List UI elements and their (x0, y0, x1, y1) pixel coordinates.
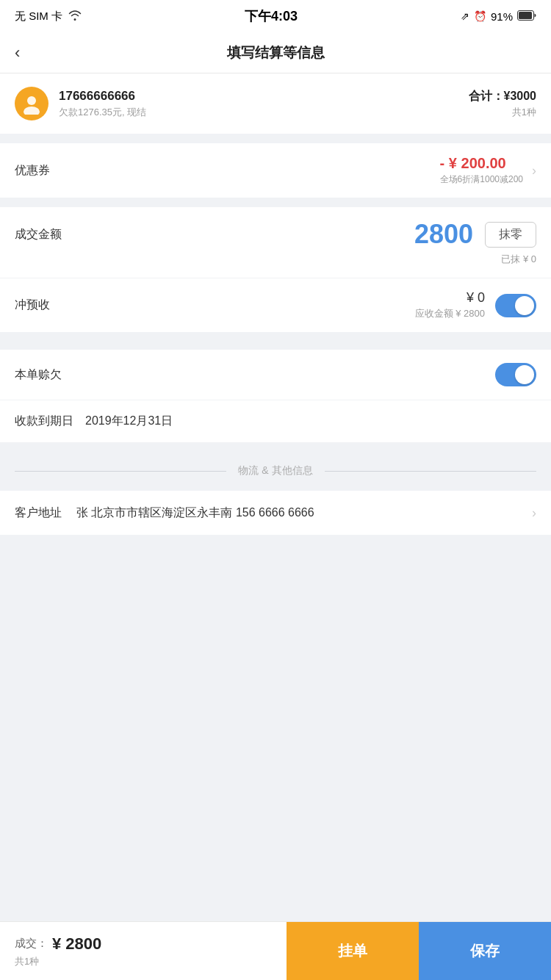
prepay-section: 冲预收 ¥ 0 应收金额 ¥ 2800 (0, 278, 551, 332)
discount-sub: 全场6折满1000减200 (440, 173, 523, 186)
content-area: 17666666666 欠款1276.35元, 现结 合计：¥3000 共1种 … (0, 73, 551, 711)
svg-point-2 (27, 96, 36, 105)
customer-total: 合计：¥3000 共1种 (469, 89, 537, 119)
back-button[interactable]: ‹ (15, 43, 20, 62)
deal-sub-text: 已抹 ¥ 0 (15, 253, 536, 266)
location-icon: ⇗ (461, 10, 469, 22)
section-separator-2 (0, 332, 551, 341)
discount-row[interactable]: 优惠券 - ¥ 200.00 全场6折满1000减200 › (0, 143, 551, 198)
discount-label: 优惠券 (15, 163, 50, 179)
svg-point-3 (24, 107, 40, 115)
customer-sub-text: 欠款1276.35元, 现结 (59, 106, 146, 119)
prepay-toggle[interactable] (495, 294, 536, 317)
deal-right: 2800 抹零 (414, 219, 536, 250)
bottom-deal-amount: ¥ 2800 (52, 934, 101, 954)
page-title: 填写结算等信息 (227, 43, 325, 62)
logistics-divider-text: 物流 & 其他信息 (238, 464, 312, 478)
hold-button[interactable]: 挂单 (287, 922, 419, 981)
bottom-spacer (0, 652, 551, 711)
prepay-sub-text: 应收金额 ¥ 2800 (415, 307, 485, 320)
save-button[interactable]: 保存 (419, 922, 551, 981)
nav-bar: ‹ 填写结算等信息 (0, 32, 551, 73)
address-label: 客户地址 (15, 504, 68, 521)
prepay-amount: ¥ 0 (415, 290, 485, 306)
customer-info: 17666666666 欠款1276.35元, 现结 (59, 89, 146, 119)
discount-amount: - ¥ 200.00 (440, 155, 523, 172)
chevron-right-icon: › (532, 163, 536, 179)
address-section[interactable]: 客户地址 张 北京市市辖区海淀区永丰南 156 6666 6666 › (0, 491, 551, 535)
prepay-label: 冲预收 (15, 298, 50, 313)
prepay-value-col: ¥ 0 应收金额 ¥ 2800 (415, 290, 485, 320)
total-amount: 合计：¥3000 (469, 89, 537, 104)
bottom-deal-info: 成交： ¥ 2800 共1种 (0, 934, 287, 968)
erase-button[interactable]: 抹零 (485, 222, 536, 248)
logistics-divider: 物流 & 其他信息 (0, 451, 551, 491)
divider-line-right (325, 471, 536, 472)
status-left: 无 SIM 卡 (15, 10, 82, 24)
status-right: ⇗ ⏰ 91% (461, 10, 536, 23)
bottom-deal-count: 共1种 (15, 955, 272, 968)
wifi-icon (68, 10, 82, 23)
address-value: 张 北京市市辖区海淀区永丰南 156 6666 6666 (76, 504, 523, 522)
duedate-section: 收款到期日 2019年12月31日 (0, 400, 551, 442)
svg-rect-1 (519, 12, 532, 19)
avatar (15, 87, 48, 120)
discount-right: - ¥ 200.00 全场6折满1000减200 › (440, 155, 536, 186)
deal-section: 成交金额 2800 抹零 已抹 ¥ 0 (0, 207, 551, 278)
deal-label: 成交金额 (15, 227, 62, 242)
empty-area (0, 535, 551, 652)
deal-amount: 2800 (414, 219, 473, 250)
section-separator-1 (0, 198, 551, 207)
debit-section: 本单赊欠 (0, 350, 551, 400)
debit-label: 本单赊欠 (15, 367, 62, 383)
battery-text: 91% (491, 10, 513, 23)
customer-card: 17666666666 欠款1276.35元, 现结 合计：¥3000 共1种 (0, 73, 551, 134)
duedate-value: 2019年12月31日 (85, 414, 173, 429)
status-time: 下午4:03 (245, 7, 298, 25)
duedate-label: 收款到期日 (15, 414, 73, 429)
debit-toggle[interactable] (495, 363, 536, 386)
battery-icon (517, 10, 536, 23)
prepay-right: ¥ 0 应收金额 ¥ 2800 (415, 290, 536, 320)
divider-line-left (15, 471, 226, 472)
carrier-text: 无 SIM 卡 (15, 10, 62, 24)
customer-phone: 17666666666 (59, 89, 146, 104)
total-count: 共1种 (469, 106, 537, 119)
status-bar: 无 SIM 卡 下午4:03 ⇗ ⏰ 91% (0, 0, 551, 32)
bottom-deal-label: 成交： (15, 937, 48, 951)
address-chevron-icon: › (532, 505, 536, 521)
alarm-icon: ⏰ (474, 10, 486, 22)
bottom-bar: 成交： ¥ 2800 共1种 挂单 保存 (0, 921, 551, 980)
